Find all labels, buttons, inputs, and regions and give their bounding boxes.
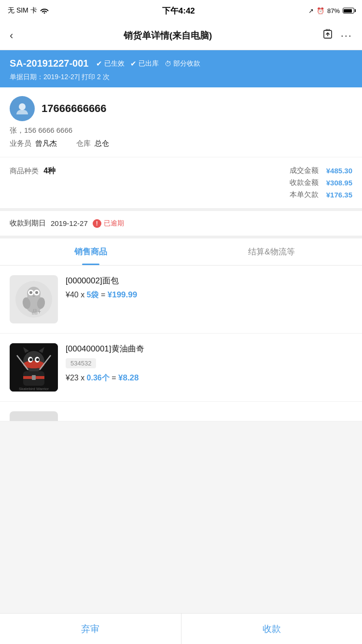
collected-value: ¥308.95: [326, 179, 352, 187]
location-icon: ↗: [308, 7, 314, 14]
overdue-icon: !: [93, 219, 101, 228]
stats-left: 商品种类 4种: [10, 166, 56, 176]
product-thumb-2: Skatebird Warrior: [10, 343, 58, 392]
amount-row: 成交金额 ¥485.30: [290, 166, 352, 175]
thumb-placeholder-1: 品+: [10, 275, 58, 323]
price-base-2: ¥23 x: [66, 374, 87, 382]
tab-sales-products[interactable]: 销售商品: [0, 238, 181, 265]
svg-point-1: [19, 103, 26, 110]
sales-meta: 业务员 曾凡杰: [10, 139, 57, 148]
badge-shipped: ✔ 已出库: [130, 59, 159, 68]
sales-label: 业务员: [10, 139, 31, 148]
header-banner: SA-20191227-001 ✔ ✔ 已生效 已生效 ✔ 已出库 ⏱ 部分收款…: [0, 50, 362, 87]
product-info-1: [0000002]面包 ¥40 x 5袋 = ¥199.99: [66, 275, 352, 300]
status-left: 无 SIM 卡: [8, 6, 49, 15]
amount-label: 成交金额: [290, 166, 319, 175]
svg-text:品+: 品+: [32, 308, 41, 315]
debt-label: 本单欠款: [290, 190, 319, 199]
price-total-1: ¥199.99: [108, 290, 137, 299]
product-price-1: ¥40 x 5袋 = ¥199.99: [66, 290, 352, 300]
due-date: 2019-12-27: [51, 219, 88, 227]
avatar: [10, 96, 35, 121]
due-label: 收款到期日: [10, 219, 46, 228]
product-price-2: ¥23 x 0.36个 = ¥8.28: [66, 373, 352, 383]
stats-section: 商品种类 4种 成交金额 ¥485.30 收款金额 ¥308.95 本单欠款 ¥…: [0, 157, 362, 211]
bottom-bar: 弃审 收款: [0, 613, 362, 644]
clock-icon: ⏱: [165, 60, 171, 68]
tab-settlement[interactable]: 结算&物流等: [181, 238, 362, 265]
nav-right: ···: [322, 29, 352, 42]
overdue-text: 已逾期: [104, 219, 124, 228]
product-thumb-1: 品+: [10, 275, 58, 323]
price-eq-2: =: [111, 374, 118, 382]
check-icon-2: ✔: [130, 59, 137, 68]
customer-meta: 业务员 曾凡杰 仓库 总仓: [10, 139, 352, 148]
warehouse-meta: 仓库 总仓: [76, 139, 109, 148]
price-base-1: ¥40 x: [66, 291, 87, 299]
product-list: 品+ [0000002]面包 ¥40 x 5袋 = ¥199.99: [0, 266, 362, 421]
customer-top: 17666666666: [10, 96, 352, 121]
check-icon-1: ✔: [96, 59, 102, 68]
svg-rect-26: [32, 375, 36, 380]
price-qty-2: 0.36个: [87, 374, 110, 382]
due-section: 收款到期日 2019-12-27 ! 已逾期: [0, 211, 362, 238]
battery-percentage: 87%: [327, 7, 340, 14]
customer-section: 17666666666 张，156 6666 6666 业务员 曾凡杰 仓库 总…: [0, 87, 362, 157]
svg-point-20: [36, 358, 39, 361]
banner-badges: ✔ ✔ 已生效 已生效 ✔ 已出库 ⏱ 部分收款: [96, 59, 200, 68]
price-eq-1: =: [101, 291, 108, 299]
product-thumb-3: [10, 411, 58, 421]
product-info-2: [000400001]黄油曲奇 534532 ¥23 x 0.36个 = ¥8.…: [66, 343, 352, 383]
product-item-3: [0, 402, 362, 421]
carrier-text: 无 SIM 卡: [8, 6, 37, 15]
product-name-2: [000400001]黄油曲奇: [66, 343, 352, 354]
stats-right: 成交金额 ¥485.30 收款金额 ¥308.95 本单欠款 ¥176.35: [290, 166, 352, 199]
battery-icon: [343, 8, 354, 14]
badge-activated: ✔ ✔ 已生效 已生效: [96, 59, 125, 68]
warehouse-value: 总仓: [95, 139, 109, 148]
sales-value: 曾凡杰: [35, 139, 57, 148]
type-count: 4种: [43, 167, 56, 175]
product-image-2: Skatebird Warrior: [10, 343, 58, 392]
warehouse-label: 仓库: [76, 139, 91, 148]
svg-point-7: [29, 291, 32, 294]
price-total-2: ¥8.28: [118, 373, 139, 382]
amount-value: ¥485.30: [326, 167, 352, 175]
overdue-badge: ! 已逾期: [93, 219, 124, 228]
nav-bar: ‹ 销货单详情(来自电脑) ···: [0, 21, 362, 50]
order-id: SA-20191227-001: [10, 58, 88, 69]
status-right: ↗ ⏰ 87%: [308, 7, 354, 14]
wifi-icon: [40, 7, 49, 15]
confirm-button[interactable]: 收款: [181, 614, 362, 644]
alarm-icon: ⏰: [317, 7, 324, 14]
badge-partial: ⏱ 部分收款: [165, 59, 200, 68]
back-button[interactable]: ‹: [10, 29, 13, 42]
debt-row: 本单欠款 ¥176.35: [290, 190, 352, 199]
svg-point-21: [32, 362, 35, 364]
more-button[interactable]: ···: [341, 29, 352, 42]
svg-text:Skatebird Warrior: Skatebird Warrior: [19, 387, 49, 391]
svg-point-19: [29, 358, 32, 361]
share-button[interactable]: [322, 29, 333, 42]
customer-info: 张，156 6666 6666: [10, 126, 352, 135]
price-qty-1: 5袋: [87, 291, 99, 299]
svg-point-8: [35, 291, 38, 294]
tabs: 销售商品 结算&物流等: [0, 238, 362, 266]
banner-date: 单据日期：2019-12-27| 打印 2 次: [10, 73, 352, 82]
customer-name: 17666666666: [42, 102, 107, 115]
product-name-1: [0000002]面包: [66, 275, 352, 286]
nav-title: 销货单详情(来自电脑): [124, 29, 212, 42]
status-bar: 无 SIM 卡 下午4:42 ↗ ⏰ 87%: [0, 0, 362, 21]
nav-left: ‹: [10, 29, 13, 42]
type-label: 商品种类: [10, 167, 39, 175]
debt-value: ¥176.35: [326, 191, 352, 199]
cancel-button[interactable]: 弃审: [0, 614, 181, 644]
collected-row: 收款金额 ¥308.95: [290, 178, 352, 187]
status-time: 下午4:42: [162, 5, 195, 16]
product-sku-2: 534532: [66, 358, 96, 368]
collected-label: 收款金额: [290, 178, 319, 187]
product-item-2: Skatebird Warrior [000400001]黄油曲奇 534532…: [0, 334, 362, 402]
product-item: 品+ [0000002]面包 ¥40 x 5袋 = ¥199.99: [0, 266, 362, 334]
